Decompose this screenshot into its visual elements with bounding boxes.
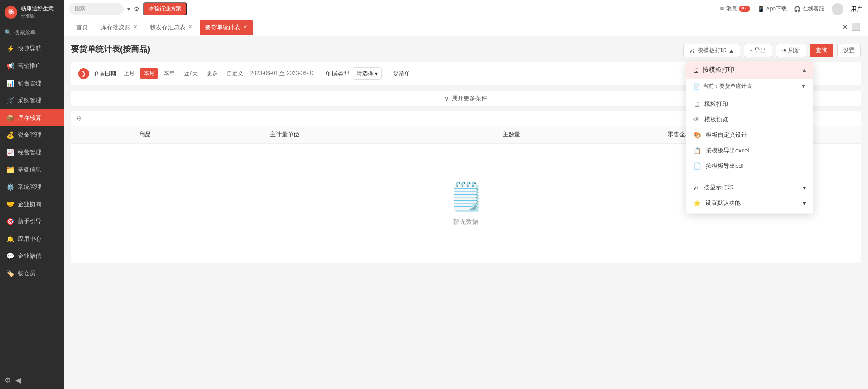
print-item-template-print[interactable]: 🖨模板打印 bbox=[686, 96, 813, 112]
sidebar-label-marketing: 营销推广 bbox=[18, 62, 41, 70]
tab-close-batch-ledger[interactable]: ✕ bbox=[133, 24, 137, 30]
sidebar-item-newbie[interactable]: 🎯新手引导 bbox=[0, 213, 64, 230]
print-item-export-pdf[interactable]: 📄按模板导出pdf bbox=[686, 158, 813, 174]
refresh-button[interactable]: ↺ 刷新 bbox=[776, 44, 806, 57]
print-template-label: 按模板打印 bbox=[697, 46, 727, 55]
type-select[interactable]: 请选择 ▾ bbox=[353, 67, 382, 80]
print-chevron-icon: ▲ bbox=[728, 47, 734, 54]
tab-home[interactable]: 首页 bbox=[71, 20, 94, 35]
window-close-button[interactable]: ✕ bbox=[842, 23, 848, 31]
sidebar-icon-collab: 🤝 bbox=[6, 201, 14, 208]
print-label-template-print: 模板打印 bbox=[704, 100, 728, 108]
sidebar-label-purchase: 采购管理 bbox=[18, 96, 41, 105]
print-dropdown-title-label: 按模板打印 bbox=[703, 66, 734, 74]
topbar-search-box[interactable]: 搜索 bbox=[69, 3, 124, 15]
sidebar-item-system[interactable]: ⚙️系统管理 bbox=[0, 178, 64, 196]
date-option-2[interactable]: 本年 bbox=[160, 68, 178, 79]
sidebar-search[interactable]: 🔍 搜索菜单 bbox=[0, 25, 64, 40]
export-button[interactable]: ↑ 导出 bbox=[744, 44, 773, 57]
print-sub-left-display-print: 🖨按显示打印 bbox=[693, 183, 733, 192]
type-select-chevron: ▾ bbox=[375, 71, 378, 77]
current-template-inner: 📄 当前：要货单统计表 bbox=[693, 82, 752, 90]
print-icon-export-pdf: 📄 bbox=[693, 162, 701, 170]
date-option-4[interactable]: 更多 bbox=[203, 68, 221, 79]
sidebar-item-wechat[interactable]: 💬企业微信 bbox=[0, 248, 64, 265]
refresh-label: 刷新 bbox=[788, 46, 800, 55]
print-sub-arrow-display-print: ▾ bbox=[803, 184, 806, 191]
user-avatar[interactable] bbox=[832, 3, 843, 15]
sidebar-logo: 畅 畅康通好生意 标准版 bbox=[0, 0, 64, 25]
empty-text: 暂无数据 bbox=[453, 218, 479, 226]
print-item-export-excel[interactable]: 📋按模板导出excel bbox=[686, 143, 813, 158]
print-icon-template-print: 🖨 bbox=[693, 101, 700, 108]
print-item-template-design[interactable]: 🎨模板自定义设计 bbox=[686, 127, 813, 143]
date-option-5[interactable]: 自定义 bbox=[223, 68, 247, 79]
export-label: 导出 bbox=[754, 46, 766, 55]
tab-label-order-stats: 要货单统计表 bbox=[205, 23, 240, 31]
message-button[interactable]: ✉ 消息 99+ bbox=[720, 5, 750, 13]
expand-more-button[interactable]: ∨ 展开更多条件 bbox=[444, 94, 487, 102]
refresh-icon: ↺ bbox=[782, 47, 787, 54]
sidebar-label-sales: 销售管理 bbox=[18, 79, 41, 87]
export-icon: ↑ bbox=[750, 47, 753, 54]
trial-button[interactable]: 体验行业方案 bbox=[143, 2, 187, 15]
sidebar-item-purchase[interactable]: 🛒采购管理 bbox=[0, 92, 64, 109]
date-filter-label: 单据日期 bbox=[93, 70, 116, 78]
print-sub-arrow-set-default: ▾ bbox=[803, 200, 806, 207]
sidebar-item-finance[interactable]: 💰资金管理 bbox=[0, 126, 64, 144]
column-settings-icon[interactable]: ⚙ bbox=[76, 115, 82, 122]
sidebar-item-inventory[interactable]: 📦库存核算 bbox=[0, 109, 64, 126]
col-header-unit: 主计量单位 bbox=[264, 126, 497, 144]
sidebar-item-quick-nav[interactable]: ⚡快捷导航 bbox=[0, 40, 64, 57]
print-sub-display-print[interactable]: 🖨按显示打印▾ bbox=[686, 180, 813, 195]
tab-close-receipt-summary[interactable]: ✕ bbox=[188, 24, 192, 30]
sidebar-toggle-icon[interactable]: ◀ bbox=[15, 376, 21, 384]
settings-bottom-icon[interactable]: ⚙ bbox=[5, 376, 11, 384]
online-service-button[interactable]: 🎧 在线客服 bbox=[794, 5, 824, 13]
sidebar-label-newbie: 新手引导 bbox=[18, 217, 41, 226]
print-icon-template-design: 🎨 bbox=[693, 131, 701, 139]
query-button[interactable]: 查询 bbox=[810, 44, 833, 57]
tabs-bar: 首页库存批次账✕收发存汇总表✕要货单统计表✕ ✕ ⬜ bbox=[64, 18, 868, 36]
current-template-row[interactable]: 📄 当前：要货单统计表 ▼ bbox=[686, 79, 813, 94]
sidebar-nav: ⚡快捷导航📢营销推广📊销售管理🛒采购管理📦库存核算💰资金管理📈经营管理🗂️基础信… bbox=[0, 40, 64, 371]
print-item-template-preview[interactable]: 👁模板预览 bbox=[686, 112, 813, 127]
chevron-down-icon: ∨ bbox=[444, 95, 449, 102]
sidebar-item-member[interactable]: 🏷️畅会员 bbox=[0, 265, 64, 282]
order-label: 要货单 bbox=[393, 70, 410, 78]
date-option-0[interactable]: 上月 bbox=[120, 68, 138, 79]
sidebar-item-marketing[interactable]: 📢营销推广 bbox=[0, 57, 64, 75]
sidebar-item-sales[interactable]: 📊销售管理 bbox=[0, 75, 64, 92]
topbar-search-placeholder: 搜索 bbox=[75, 5, 85, 12]
sidebar-label-quick-nav: 快捷导航 bbox=[18, 45, 41, 53]
print-dropdown: 🖨 按模板打印 ▲ 📄 当前：要货单统计表 ▼ 🖨模板打印👁模板预览🎨模板自定义… bbox=[686, 61, 813, 214]
topbar-dropdown[interactable]: ▾ bbox=[127, 6, 130, 12]
print-dropdown-header[interactable]: 🖨 按模板打印 ▲ bbox=[686, 61, 813, 79]
app-download-label: App下载 bbox=[766, 5, 787, 13]
date-option-1[interactable]: 本月 bbox=[140, 68, 158, 79]
window-maximize-button[interactable]: ⬜ bbox=[852, 23, 861, 31]
sidebar-label-operation: 经营管理 bbox=[18, 148, 41, 157]
sidebar-bottom: ⚙ ◀ bbox=[0, 371, 64, 389]
app-download-button[interactable]: 📱 App下载 bbox=[758, 5, 787, 13]
sidebar-icon-member: 🏷️ bbox=[6, 270, 14, 277]
sidebar-label-finance: 资金管理 bbox=[18, 131, 41, 139]
print-sub-icon-display-print: 🖨 bbox=[693, 184, 699, 191]
tab-batch-ledger[interactable]: 库存批次账✕ bbox=[95, 20, 143, 35]
sidebar-item-collab[interactable]: 🤝企业协同 bbox=[0, 196, 64, 213]
sidebar-item-appstore[interactable]: 🔔应用中心 bbox=[0, 230, 64, 248]
message-icon: ✉ bbox=[720, 6, 724, 12]
print-template-button[interactable]: 🖨 按模板打印 ▲ bbox=[683, 44, 740, 57]
topbar-settings-icon[interactable]: ⚙ bbox=[134, 5, 140, 13]
tab-receipt-summary[interactable]: 收发存汇总表✕ bbox=[145, 20, 198, 35]
filter-expand-button[interactable]: ❯ bbox=[78, 68, 89, 79]
tab-close-order-stats[interactable]: ✕ bbox=[243, 24, 247, 30]
logo-icon: 畅 bbox=[5, 6, 17, 19]
sidebar-item-operation[interactable]: 📈经营管理 bbox=[0, 144, 64, 161]
date-option-3[interactable]: 近7天 bbox=[180, 68, 201, 79]
settings-button[interactable]: 设置 bbox=[837, 44, 861, 57]
print-sub-set-default[interactable]: ⭐设置默认功能▾ bbox=[686, 195, 813, 211]
print-dropdown-section-sub: 🖨按显示打印▾⭐设置默认功能▾ bbox=[686, 177, 813, 214]
sidebar-item-basic[interactable]: 🗂️基础信息 bbox=[0, 161, 64, 178]
tab-order-stats[interactable]: 要货单统计表✕ bbox=[200, 20, 253, 35]
